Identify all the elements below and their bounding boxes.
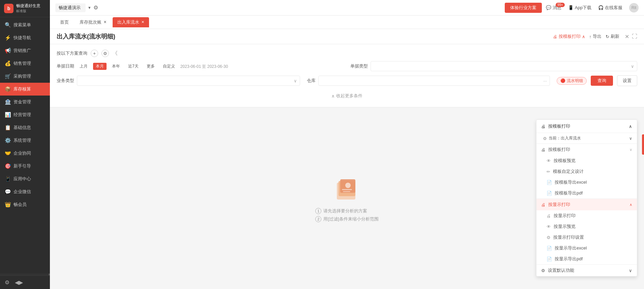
app-download-label: App下载 bbox=[575, 5, 591, 11]
print-icon: 🖨 bbox=[553, 34, 557, 39]
svg-rect-4 bbox=[342, 189, 352, 190]
tab-close-inventory-batch[interactable]: ✕ bbox=[104, 20, 107, 24]
template-excel-item[interactable]: 📄 按模板导出excel bbox=[536, 177, 637, 188]
filter-settings-button[interactable]: ⚙ bbox=[101, 50, 109, 57]
doc-type-select[interactable]: ∨ bbox=[371, 61, 637, 71]
tab-home[interactable]: 首页 bbox=[55, 17, 74, 27]
customer-service-item[interactable]: 🎧 在线客服 bbox=[598, 5, 622, 11]
message-item[interactable]: 💬 消息 99+ bbox=[546, 5, 561, 11]
sidebar-item-basic[interactable]: 📋 基础信息 bbox=[0, 121, 50, 134]
current-icon: ⊙ bbox=[543, 136, 547, 141]
export-btn[interactable]: ↑ 导出 bbox=[589, 33, 602, 40]
svg-point-3 bbox=[345, 183, 351, 188]
date-btn-this-year[interactable]: 本年 bbox=[109, 63, 123, 70]
date-btn-last-month[interactable]: 上月 bbox=[77, 63, 90, 70]
biz-type-select[interactable]: ∨ bbox=[77, 76, 300, 86]
sidebar-item-member[interactable]: 👑 畅会员 bbox=[0, 198, 50, 211]
sidebar-item-inventory[interactable]: 📦 库存核算 bbox=[0, 83, 50, 96]
sidebar-item-sales[interactable]: 💰 销售管理 bbox=[0, 57, 50, 70]
user-dropdown-icon[interactable]: ▾ bbox=[88, 5, 91, 10]
logo-icon: b bbox=[4, 4, 13, 13]
template-pdf-icon: 📄 bbox=[547, 191, 552, 196]
display-print-item[interactable]: 🖨 按显示打印 bbox=[536, 210, 637, 221]
template-custom-item[interactable]: ✏ 模板自定义设计 bbox=[536, 166, 637, 177]
sidebar-item-wechat[interactable]: 💬 企业微信 bbox=[0, 185, 50, 198]
svg-rect-5 bbox=[343, 191, 350, 192]
window-expand-btn[interactable]: ⛶ bbox=[632, 33, 637, 40]
collapse-more-btn[interactable]: ∧ 收起更多条件 bbox=[57, 90, 637, 102]
filter-tag-label: 流水明细 bbox=[567, 78, 583, 84]
display-pdf-item[interactable]: 📄 按显示导出pdf bbox=[536, 254, 637, 264]
trial-button[interactable]: 体验行业方案 bbox=[505, 3, 542, 13]
date-btn-7days[interactable]: 近7天 bbox=[125, 63, 141, 70]
footer-collapse-icon[interactable]: ◀▶ bbox=[15, 279, 23, 286]
default-function-item[interactable]: ⚙ 设置默认功能 ∨ bbox=[536, 265, 637, 276]
warehouse-label: 仓库 bbox=[307, 78, 316, 84]
sidebar-item-guide[interactable]: 🎯 新手引导 bbox=[0, 160, 50, 173]
sidebar-item-operation[interactable]: 📊 经营管理 bbox=[0, 108, 50, 121]
main-area: 畅捷通演示 ▾ ⚙ 体验行业方案 💬 消息 99+ 📱 App下载 🎧 在线客服… bbox=[50, 0, 644, 289]
sidebar: b 畅捷通好生意 标准版 🔍 搜索菜单 ⚡ 快捷导航 📢 营销推广 💰 销售管理… bbox=[0, 0, 50, 289]
template-preview-label: 按模板预览 bbox=[554, 158, 576, 164]
sidebar-item-quick-nav[interactable]: ⚡ 快捷导航 bbox=[0, 31, 50, 44]
query-button[interactable]: 查询 bbox=[591, 76, 613, 86]
refresh-btn[interactable]: ↻ 刷新 bbox=[606, 33, 619, 40]
tab-inventory-flow[interactable]: 出入库流水✕ bbox=[113, 17, 149, 27]
template-preview-item[interactable]: 👁 按模板预览 bbox=[536, 155, 637, 166]
sidebar-item-finance[interactable]: 🏦 资金管理 bbox=[0, 96, 50, 108]
display-print-header[interactable]: 🖨 按显示打印 ∧ bbox=[536, 199, 637, 210]
display-preview-label: 按显示预览 bbox=[554, 224, 576, 230]
window-controls: ✕ ⛶ bbox=[625, 33, 637, 40]
sidebar-icon-wechat: 💬 bbox=[5, 189, 11, 195]
top-header: 畅捷通演示 ▾ ⚙ 体验行业方案 💬 消息 99+ 📱 App下载 🎧 在线客服… bbox=[50, 0, 644, 16]
warehouse-select[interactable]: ··· bbox=[318, 76, 550, 86]
sidebar-item-apps[interactable]: 📱 应用中心 bbox=[0, 173, 50, 185]
sidebar-item-purchase[interactable]: 🛒 采购管理 bbox=[0, 70, 50, 83]
biz-type-arrow-icon: ∨ bbox=[294, 78, 297, 83]
empty-steps: 1 请先选择要分析的方案 2 用[过滤]条件来缩小分析范围 bbox=[315, 208, 378, 222]
sidebar-label-sales: 销售管理 bbox=[13, 60, 31, 67]
window-close-btn[interactable]: ✕ bbox=[625, 33, 629, 40]
right-edge-handle[interactable] bbox=[642, 134, 644, 155]
user-avatar[interactable]: Rit bbox=[629, 3, 639, 12]
display-preview-item[interactable]: 👁 按显示预览 bbox=[536, 221, 637, 232]
print-template-btn[interactable]: 🖨 按模板打印 ∧ bbox=[553, 33, 585, 40]
sidebar-item-marketing[interactable]: 📢 营销推广 bbox=[0, 44, 50, 57]
header-right: 💬 消息 99+ 📱 App下载 🎧 在线客服 Rit bbox=[546, 3, 639, 12]
tab-inventory-batch[interactable]: 库存批次账✕ bbox=[75, 17, 111, 27]
display-pdf-label: 按显示导出pdf bbox=[555, 256, 583, 262]
settings-button[interactable]: 设置 bbox=[617, 75, 637, 86]
biz-type-filter-field: 业务类型 ∨ bbox=[57, 76, 300, 86]
sidebar-label-wechat: 企业微信 bbox=[13, 189, 31, 195]
dropdown-header-arrow[interactable]: ∧ bbox=[629, 124, 632, 129]
display-excel-item[interactable]: 📄 按显示导出excel bbox=[536, 243, 637, 254]
tab-close-inventory-flow[interactable]: ✕ bbox=[141, 20, 144, 24]
user-name[interactable]: 畅捷通演示 bbox=[55, 3, 86, 12]
current-selection[interactable]: ⊙ 当前：出入库流水 ∨ bbox=[536, 133, 637, 144]
header-settings-icon[interactable]: ⚙ bbox=[93, 4, 98, 11]
date-btn-more[interactable]: 更多 bbox=[144, 63, 157, 70]
display-excel-label: 按显示导出excel bbox=[555, 245, 587, 251]
sidebar-icon-partner: 🤝 bbox=[5, 150, 11, 156]
filter-add-button[interactable]: + bbox=[91, 50, 98, 57]
app-download-item[interactable]: 📱 App下载 bbox=[568, 5, 591, 11]
display-print-settings-item[interactable]: ⚙ 按显示打印设置 bbox=[536, 232, 637, 243]
current-label: 当前：出入库流水 bbox=[549, 135, 581, 141]
sidebar-item-system[interactable]: ⚙️ 系统管理 bbox=[0, 134, 50, 147]
biz-type-label: 业务类型 bbox=[57, 78, 74, 84]
date-btn-custom[interactable]: 自定义 bbox=[160, 63, 178, 70]
filter-rows: 单据日期 上月 本月 本年 近7天 更多 自定义 2023-06-01 至 20… bbox=[57, 61, 637, 102]
display-section-chevron: ∧ bbox=[630, 203, 632, 207]
chevron-up-icon: ∧ bbox=[582, 34, 585, 39]
sidebar-item-partner[interactable]: 🤝 企业协同 bbox=[0, 147, 50, 160]
filter-toolbar: 按以下方案查询 + ⚙ 《 bbox=[57, 50, 637, 57]
date-btn-this-month[interactable]: 本月 bbox=[93, 63, 107, 70]
filter-tag[interactable]: 🔴 流水明细 bbox=[557, 77, 587, 85]
template-print-icon: 🖨 bbox=[541, 147, 546, 152]
sidebar-item-search[interactable]: 🔍 搜索菜单 bbox=[0, 19, 50, 31]
template-print-header[interactable]: 🖨 按模板打印 ∨ bbox=[536, 144, 637, 155]
footer-settings-icon[interactable]: ⚙ bbox=[5, 279, 9, 286]
sidebar-icon-quick-nav: ⚡ bbox=[5, 35, 11, 41]
template-pdf-item[interactable]: 📄 按模板导出pdf bbox=[536, 188, 637, 199]
filter-collapse-btn[interactable]: 《 bbox=[112, 50, 118, 57]
